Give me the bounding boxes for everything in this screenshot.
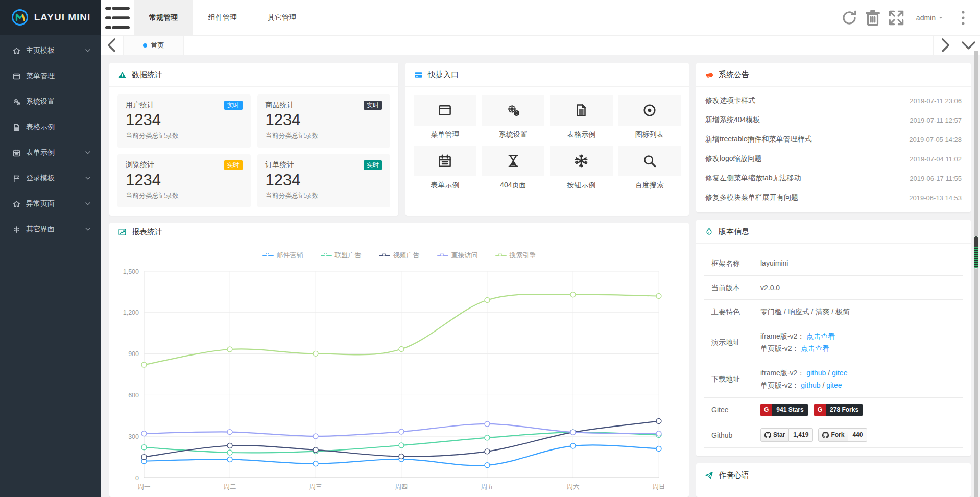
quick-entry-系统设置[interactable]: 系统设置 (482, 95, 544, 139)
version-link-github[interactable]: github (801, 381, 820, 389)
page-scrollbar-track[interactable] (974, 51, 978, 497)
gitee-logo-icon: G (760, 404, 772, 416)
tab-home[interactable]: 首页 (124, 36, 184, 55)
announcement-row[interactable]: 修改logo缩放问题2019-07-04 11:02 (696, 149, 971, 169)
calendar-icon (12, 149, 21, 157)
version-card: 版本信息 框架名称layuimini当前版本v2.0.0主要特色零门槛 / 响应… (696, 220, 971, 456)
announcements-list: 修改选项卡样式2019-07-11 23:06新增系统404模板2019-07-… (696, 87, 971, 212)
brand[interactable]: LAYUI MINI (0, 0, 101, 35)
quick-entry-title: 快捷入口 (428, 70, 459, 80)
version-icon (705, 227, 713, 236)
tab-scroll-left-button[interactable] (101, 36, 124, 55)
version-header: 版本信息 (696, 220, 971, 244)
github-badge[interactable]: Fork440 (818, 428, 867, 442)
quick-entry-图标列表[interactable]: 图标列表 (618, 95, 681, 139)
sidebar-item-label: 菜单管理 (26, 72, 91, 81)
version-link-点击查看[interactable]: 点击查看 (801, 344, 829, 352)
header-tab-常规管理[interactable]: 常规管理 (134, 0, 193, 35)
svg-text:周三: 周三 (309, 483, 322, 490)
fullscreen-button[interactable] (887, 8, 906, 28)
gitee-logo-icon: G (814, 404, 826, 416)
sidebar-toggle-button[interactable] (101, 0, 134, 35)
sidebar-item-其它界面[interactable]: 其它界面 (0, 217, 101, 242)
stats-grid: 用户统计实时1234当前分类总记录数商品统计实时1234当前分类总记录数浏览统计… (109, 87, 398, 216)
quick-entry-label: 404页面 (482, 181, 544, 190)
sidebar-item-菜单管理[interactable]: 菜单管理 (0, 63, 101, 89)
version-line: iframe版-v2： github / gitee (760, 369, 847, 377)
version-row-value: iframe版-v2： github / gitee单页版-v2： github… (753, 361, 963, 397)
calendar-icon (414, 146, 476, 176)
page-scrollbar-thumb[interactable] (973, 236, 979, 269)
legend-marker-icon (437, 253, 448, 257)
legend-item-联盟广告[interactable]: 联盟广告 (321, 251, 362, 260)
svg-text:0: 0 (135, 475, 139, 482)
quick-entry-菜单管理[interactable]: 菜单管理 (414, 95, 476, 139)
header-tab-组件管理[interactable]: 组件管理 (193, 0, 252, 35)
main-area: 常规管理组件管理其它管理 admin 首页 (101, 0, 980, 497)
data-stats-card: 数据统计 用户统计实时1234当前分类总记录数商品统计实时1234当前分类总记录… (109, 63, 398, 216)
quick-entry-label: 按钮示例 (550, 181, 612, 190)
version-link-点击查看[interactable]: 点击查看 (806, 332, 835, 340)
user-menu[interactable]: admin (910, 14, 949, 22)
sidebar-item-异常页面[interactable]: 异常页面 (0, 191, 101, 217)
announcement-row[interactable]: 新增系统404模板2019-07-11 12:57 (696, 110, 971, 130)
version-link-gitee[interactable]: gitee (826, 381, 842, 389)
stat-value: 1234 (126, 110, 243, 130)
announcement-row[interactable]: 新增treetable插件和菜单管理样式2019-07-05 14:28 (696, 130, 971, 149)
version-row: 主要特色零门槛 / 响应式 / 清爽 / 极简 (704, 300, 963, 324)
quick-entry-card: 快捷入口 菜单管理系统设置表格示例图标列表表单示例404页面按钮示例百度搜索 (405, 63, 689, 216)
chart-legend: 邮件营销联盟广告视频广告直接访问搜索引擎 (109, 242, 689, 262)
sidebar-item-主页模板[interactable]: 主页模板 (0, 38, 101, 63)
github-badge[interactable]: Star1,419 (760, 428, 813, 442)
version-row-value: v2.0.0 (753, 275, 963, 300)
line-chart: 03006009001,2001,500周一周二周三周四周五周六周日 (112, 264, 674, 495)
stat-value: 1234 (126, 171, 243, 191)
hourglass-icon (482, 146, 544, 176)
tab-scroll-right-button[interactable] (933, 36, 957, 55)
version-row: 当前版本v2.0.0 (704, 275, 963, 300)
refresh-button[interactable] (840, 8, 859, 28)
version-row-label: 演示地址 (704, 324, 753, 361)
sidebar-item-label: 系统设置 (26, 97, 91, 106)
header-tab-其它管理[interactable]: 其它管理 (252, 0, 312, 35)
sidebar-item-label: 表单示例 (26, 148, 85, 157)
sidebar-item-系统设置[interactable]: 系统设置 (0, 89, 101, 114)
gears-icon (482, 95, 544, 126)
version-row: 下载地址iframe版-v2： github / gitee单页版-v2： gi… (704, 361, 963, 397)
sidebar-item-登录模板[interactable]: 登录模板 (0, 165, 101, 191)
legend-item-搜索引擎[interactable]: 搜索引擎 (495, 251, 536, 260)
sidebar-item-表格示例[interactable]: 表格示例 (0, 114, 101, 140)
clear-cache-button[interactable] (863, 8, 882, 28)
announcement-text: 新增系统404模板 (705, 115, 760, 125)
chevron-down-icon (85, 175, 91, 181)
announcement-row[interactable]: 修改选项卡样式2019-07-11 23:06 (696, 91, 971, 110)
quick-entry-百度搜索[interactable]: 百度搜索 (618, 146, 681, 190)
version-row-label: 下载地址 (704, 361, 753, 397)
legend-item-直接访问[interactable]: 直接访问 (437, 251, 478, 260)
sidebar-item-表单示例[interactable]: 表单示例 (0, 140, 101, 165)
version-row: GiteeG941 StarsG278 Forks (704, 397, 963, 422)
legend-item-视频广告[interactable]: 视频广告 (379, 251, 420, 260)
legend-label: 直接访问 (451, 251, 478, 260)
github-button[interactable]: Fork (818, 428, 848, 442)
quick-entry-表格示例[interactable]: 表格示例 (550, 95, 612, 139)
quick-entry-表单示例[interactable]: 表单示例 (414, 146, 476, 190)
announcement-date: 2019-06-17 11:55 (910, 175, 962, 182)
github-button[interactable]: Star (760, 428, 789, 442)
version-link-github[interactable]: github (806, 369, 826, 377)
version-link-gitee[interactable]: gitee (832, 369, 847, 377)
quick-entry-按钮示例[interactable]: 按钮示例 (550, 146, 612, 190)
legend-label: 视频广告 (393, 251, 420, 260)
quick-entry-404页面[interactable]: 404页面 (482, 146, 544, 190)
gitee-badge[interactable]: G278 Forks (814, 404, 863, 416)
author-title: 作者心语 (719, 470, 749, 480)
report-header: 报表统计 (109, 223, 689, 242)
announcement-row[interactable]: 修复多模块菜单栏展开有问题2019-06-13 14:53 (696, 188, 971, 207)
version-row-value: 零门槛 / 响应式 / 清爽 / 极简 (753, 300, 963, 324)
home-icon (12, 200, 21, 208)
gitee-badge[interactable]: G941 Stars (760, 404, 808, 416)
legend-item-邮件营销[interactable]: 邮件营销 (262, 251, 303, 260)
tab-home-label: 首页 (151, 41, 164, 50)
more-menu-button[interactable] (953, 8, 973, 28)
announcement-row[interactable]: 修复左侧菜单缩放tab无法移动2019-06-17 11:55 (696, 169, 971, 188)
